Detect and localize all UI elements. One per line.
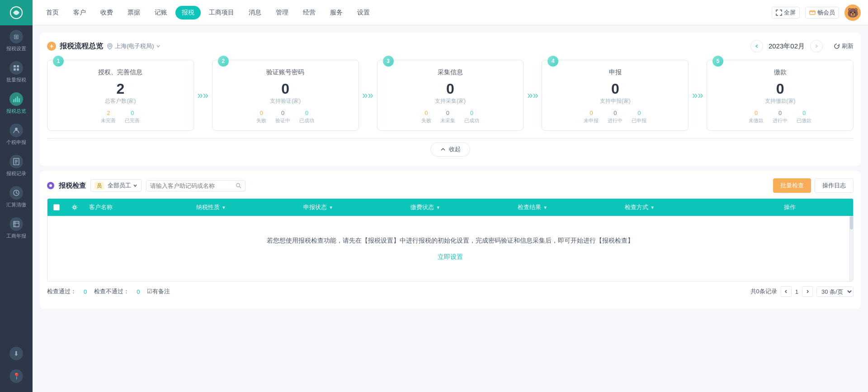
th-check-method[interactable]: 检查方式 ▼ [619, 199, 726, 216]
sidebar-item-tax-settings[interactable]: ⊞ 报税设置 [0, 25, 33, 57]
stat-collected-value: 0 [470, 110, 473, 116]
sidebar-item-annual-report[interactable]: 工商年报 [0, 213, 33, 244]
setup-link[interactable]: 立即设置 [438, 253, 463, 260]
search-input[interactable] [150, 182, 236, 189]
nav-item-tax[interactable]: 报税 [175, 6, 201, 19]
nav-item-messages[interactable]: 消息 [242, 6, 268, 19]
sidebar-item-location[interactable]: 📍 [0, 365, 33, 387]
step4-stats: 0 未申报 0 进行中 0 已申报 [549, 110, 681, 124]
flow-section-title: 报税流程总览 [60, 42, 103, 51]
th-checkbox[interactable] [47, 199, 66, 216]
check-fail-value[interactable]: 0 [137, 288, 140, 295]
th-check-result[interactable]: 检查结果 ▼ [512, 199, 619, 216]
add-flow-icon[interactable]: + [47, 42, 56, 51]
annual-settlement-icon [9, 186, 23, 200]
location-select[interactable]: 上海(电子税局) [107, 42, 160, 50]
sidebar-item-batch-tax[interactable]: 批量报税 [0, 57, 33, 88]
empty-tip-text: 若您想使用报税检查功能，请先在【报税设置】中进行报税的初始化设置，完成密码验证和… [57, 234, 844, 247]
svg-rect-8 [19, 98, 20, 102]
step1-title: 授权、完善信息 [55, 68, 186, 76]
check-pass-value[interactable]: 0 [84, 288, 87, 295]
app-logo[interactable] [0, 0, 33, 25]
table-header: 客户名称 纳税性质 ▼ 申报状态 ▼ 缴费状态 ▼ 检查 [47, 199, 853, 216]
tax-overview-icon [9, 92, 23, 106]
employee-tag: 员 [94, 182, 104, 190]
nav-item-operations[interactable]: 经营 [297, 6, 322, 19]
check-table: 客户名称 纳税性质 ▼ 申报状态 ▼ 缴费状态 ▼ 检查 [47, 198, 854, 282]
svg-point-22 [49, 184, 52, 187]
th-settings[interactable] [66, 199, 84, 216]
stat-failed-label: 失败 [256, 117, 266, 124]
current-page: 1 [795, 288, 798, 295]
nav-item-manage[interactable]: 管理 [269, 6, 295, 19]
operation-log-button[interactable]: 操作日志 [815, 178, 854, 193]
nav-item-service[interactable]: 服务 [324, 6, 349, 19]
next-page-button[interactable] [802, 286, 813, 297]
per-page-select[interactable]: 30 条/页 [816, 287, 854, 297]
filter-declare-icon: ▼ [329, 205, 333, 210]
nav-item-business[interactable]: 工商项目 [203, 6, 241, 19]
flow-arrow-2: »» [359, 60, 377, 131]
flow-arrow-1: »» [194, 60, 212, 131]
nav-item-clients[interactable]: 客户 [67, 6, 92, 19]
stat-declared-label: 已申报 [632, 117, 646, 124]
sidebar-item-tax-records[interactable]: 报税记录 [0, 150, 33, 182]
employee-select[interactable]: 员 全部员工 [90, 179, 142, 192]
batch-check-button[interactable]: 批量检查 [773, 178, 811, 193]
nav-item-fees[interactable]: 收费 [94, 6, 119, 19]
stat-verified-value: 0 [305, 110, 308, 116]
svg-rect-1 [14, 65, 16, 67]
flow-card-step5: 5 缴款 0 支持缴款(家) 0 未缴款 0 进行中 [707, 60, 854, 131]
mascot-avatar[interactable]: 🐻 [844, 5, 861, 21]
prev-month-button[interactable] [750, 40, 763, 53]
sidebar-item-tax-overview[interactable]: 报税总览 [0, 88, 33, 119]
scrollbar[interactable] [849, 216, 853, 281]
stat-paid-label: 已缴款 [797, 117, 811, 124]
stat-verifying-value: 0 [281, 110, 284, 116]
stat-paying-value: 0 [778, 110, 782, 116]
refresh-button[interactable]: 刷新 [834, 42, 854, 50]
stat-declaring-value: 0 [613, 110, 617, 116]
sidebar-item-download[interactable]: ⬇ [0, 342, 33, 365]
tax-settings-icon: ⊞ [9, 30, 23, 43]
sidebar: ⊞ 报税设置 批量报税 报税总览 个税申报 报税记录 汇算清缴 工商 [0, 0, 33, 392]
stat-complete: 0 已完善 [125, 110, 140, 124]
nav-item-invoices[interactable]: 票据 [121, 6, 146, 19]
step-badge-1: 1 [53, 56, 64, 67]
search-input-wrap[interactable] [146, 180, 245, 191]
th-payment-status[interactable]: 缴费状态 ▼ [405, 199, 512, 216]
stat-collected: 0 已成功 [464, 110, 479, 124]
sidebar-item-annual-settlement[interactable]: 汇算清缴 [0, 182, 33, 213]
next-month-button[interactable] [810, 40, 823, 53]
flow-arrow-3: »» [524, 60, 542, 131]
th-tax-nature[interactable]: 纳税性质 ▼ [191, 199, 298, 216]
step3-number: 0 [385, 80, 516, 97]
collapse-button[interactable]: 收起 [430, 142, 470, 157]
flow-card-step1: 1 授权、完善信息 2 总客户数(家) 2 未完善 0 已完善 [47, 60, 194, 131]
prev-page-button[interactable] [781, 286, 792, 297]
step-badge-4: 4 [547, 56, 558, 67]
nav-item-accounting[interactable]: 记账 [148, 6, 174, 19]
flow-card-step2: 2 验证账号密码 0 支持验证(家) 0 失败 0 验证中 [212, 60, 359, 131]
fullscreen-button[interactable]: 全屏 [772, 7, 800, 19]
step2-number: 0 [220, 80, 351, 97]
stat-uncollected-value: 0 [446, 110, 449, 116]
th-declare-status[interactable]: 申报状态 ▼ [298, 199, 405, 216]
check-note-label: ☑有备注 [147, 287, 170, 296]
sidebar-item-individual-tax[interactable]: 个税申报 [0, 119, 33, 150]
stat-paid: 0 已缴款 [797, 110, 811, 124]
stat-collect-failed: 0 失败 [421, 110, 431, 124]
stat-declaring-label: 进行中 [608, 117, 623, 124]
nav-item-home[interactable]: 首页 [40, 6, 65, 19]
nav-item-settings[interactable]: 设置 [351, 6, 376, 19]
vip-button[interactable]: 畅会员 [805, 7, 839, 19]
stat-paying-label: 进行中 [773, 117, 788, 124]
flow-cards-container: 1 授权、完善信息 2 总客户数(家) 2 未完善 0 已完善 [47, 60, 854, 131]
table-footer: 检查通过： 0 检查不通过： 0 ☑有备注 共0条记录 1 30 条/页 [47, 282, 854, 301]
step2-unit: 支持验证(家) [220, 97, 351, 105]
step4-number: 0 [549, 80, 681, 97]
flow-card-step4: 4 申报 0 支持申报(家) 0 未申报 0 进行中 [542, 60, 689, 131]
select-all-checkbox[interactable] [53, 204, 60, 210]
flow-arrow-4: »» [689, 60, 707, 131]
collapse-row: 收起 [47, 139, 854, 158]
